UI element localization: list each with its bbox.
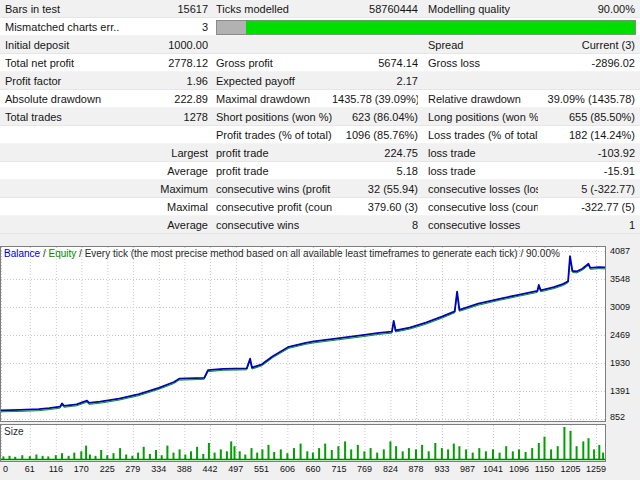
x-axis-label: 769 <box>357 464 372 474</box>
cell-value: 32 (55.94) <box>332 180 418 197</box>
size-histogram-bar <box>256 453 258 459</box>
size-histogram-bar <box>465 449 467 459</box>
size-histogram-bar <box>268 445 270 459</box>
size-histogram-bar <box>239 451 241 459</box>
cell-label <box>0 144 120 161</box>
x-axis-label: 715 <box>331 464 346 474</box>
table-row[interactable]: Absolute drawdown222.89Maximal drawdown1… <box>0 90 640 108</box>
size-histogram-bar <box>525 452 527 459</box>
cell-value: 5 (-322.77) <box>538 180 640 197</box>
cell-value: Current (3) <box>538 36 640 53</box>
cell-value: 3 <box>120 18 208 35</box>
cell-value: 8 <box>332 216 418 233</box>
size-histogram-bar <box>184 455 186 460</box>
size-histogram-bar <box>21 455 23 459</box>
cell-value: -15.91 <box>538 162 640 179</box>
size-histogram-bar <box>106 455 108 459</box>
size-histogram-bar <box>441 448 443 459</box>
size-histogram-bar <box>598 445 600 459</box>
legend-description: Every tick (the most precise method base… <box>85 248 560 259</box>
cell-label: Modelling quality <box>418 0 538 17</box>
balance-equity-chart[interactable] <box>1 247 605 421</box>
x-axis-label: 279 <box>125 464 140 474</box>
size-histogram-bar <box>582 441 584 459</box>
size-gridlines <box>2 425 597 459</box>
cell-value: 15617 <box>120 0 208 17</box>
size-histogram-bar <box>593 449 595 459</box>
size-histogram-bar <box>42 456 44 459</box>
cell-label: Bars in test <box>0 0 120 17</box>
cell-value: 5674.14 <box>332 54 418 71</box>
x-axis-label: 933 <box>434 464 449 474</box>
x-axis-label: 660 <box>305 464 320 474</box>
x-axis-label: 61 <box>25 464 35 474</box>
table-row[interactable]: Initial deposit1000.00SpreadCurrent (3) <box>0 36 640 54</box>
cell-value: 5.18 <box>332 162 418 179</box>
x-axis-label: 0 <box>3 464 8 474</box>
size-histogram-bar <box>538 443 540 459</box>
size-histogram-bar <box>220 449 222 459</box>
size-histogram-bar <box>518 449 520 459</box>
size-histogram-bar <box>9 456 11 459</box>
table-row[interactable]: Total net profit2778.12Gross profit5674.… <box>0 54 640 72</box>
size-histogram-bar <box>80 451 82 459</box>
cell-label: Gross loss <box>418 54 538 71</box>
size-histogram-bar <box>55 455 57 459</box>
size-histogram-bar <box>166 446 168 459</box>
size-histogram-bar <box>89 455 91 460</box>
table-row[interactable]: Maximalconsecutive profit (count o...379… <box>0 198 640 216</box>
balance-chart-panel[interactable]: Balance / Equity / Every tick (the most … <box>0 246 606 422</box>
size-histogram-bar <box>383 449 385 459</box>
table-row[interactable]: Maximumconsecutive wins (profit in ...32… <box>0 180 640 198</box>
size-histogram-bar <box>143 447 145 459</box>
table-row[interactable]: Mismatched charts err...3 <box>0 18 640 36</box>
cell-value <box>538 72 640 89</box>
table-row[interactable]: Profit factor1.96Expected payoff2.17 <box>0 72 640 90</box>
size-histogram-bar <box>214 453 216 459</box>
size-histogram-bar <box>458 446 460 459</box>
size-histogram-bar <box>531 448 533 459</box>
x-axis-label: 334 <box>151 464 166 474</box>
table-row[interactable]: Averageconsecutive wins8consecutive loss… <box>0 216 640 234</box>
cell-label: Total net profit <box>0 54 120 71</box>
size-histogram-bar <box>363 451 365 459</box>
x-axis-label: 987 <box>460 464 475 474</box>
size-histogram-bar <box>261 449 263 459</box>
y-axis-label: 3548 <box>610 274 640 284</box>
size-histogram-bar <box>119 448 121 459</box>
size-histogram-bar <box>125 455 127 460</box>
table-row[interactable]: Bars in test15617Ticks modelled58760444M… <box>0 0 640 18</box>
cell-label: Short positions (won %) <box>208 108 332 125</box>
cell-value: 222.89 <box>120 90 208 107</box>
size-histogram-bar <box>421 445 423 459</box>
size-histogram-bar <box>570 431 572 459</box>
y-axis-label: 852 <box>610 412 640 422</box>
cell-label: Profit factor <box>0 72 120 89</box>
table-row[interactable]: Largestprofit trade224.75loss trade-103.… <box>0 144 640 162</box>
cell-label: Ticks modelled <box>208 0 332 17</box>
size-histogram-panel[interactable]: Size <box>0 424 606 462</box>
size-histogram-bar <box>196 447 198 459</box>
chart-legend: Balance / Equity / Every tick (the most … <box>4 248 602 260</box>
cell-label: Total trades <box>0 108 120 125</box>
size-histogram-bar <box>293 448 295 459</box>
size-histogram-bar <box>376 453 378 459</box>
x-axis-label: 388 <box>177 464 192 474</box>
table-row[interactable]: Averageprofit trade5.18loss trade-15.91 <box>0 162 640 180</box>
size-histogram-bar <box>447 449 449 459</box>
size-histogram-chart[interactable] <box>1 425 605 461</box>
cell-label <box>0 216 120 233</box>
cell-label: Loss trades (% of total) <box>418 126 538 143</box>
chart-gridlines <box>1 247 605 421</box>
size-histogram-bar <box>251 448 253 459</box>
cell-value: -322.77 (5) <box>538 198 640 215</box>
size-histogram-bar <box>161 455 163 459</box>
modelling-quality-bar <box>216 20 636 35</box>
table-row[interactable]: Total trades1278Short positions (won %)6… <box>0 108 640 126</box>
cell-label: Absolute drawdown <box>0 90 120 107</box>
legend-balance-label: Balance <box>4 248 40 259</box>
table-row[interactable]: Profit trades (% of total)1096 (85.76%)L… <box>0 126 640 144</box>
size-histogram-bar <box>113 453 115 459</box>
modelling-bar-gray-segment <box>217 21 246 34</box>
size-histogram-bar <box>300 444 302 459</box>
